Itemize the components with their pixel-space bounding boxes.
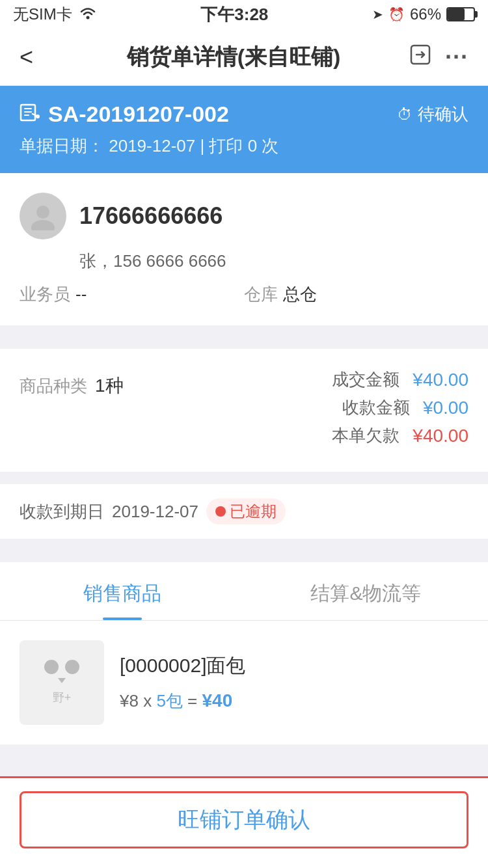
sales-value: -- bbox=[75, 284, 87, 305]
divider-1 bbox=[0, 325, 488, 337]
share-button[interactable] bbox=[409, 43, 432, 72]
amount-value-0: ¥40.00 bbox=[413, 370, 468, 390]
order-date: 单据日期： 2019-12-07 | 打印 0 次 bbox=[20, 135, 468, 157]
carrier-text: 无SIM卡 bbox=[13, 4, 72, 25]
product-type-label: 商品种类 bbox=[20, 375, 87, 398]
multiply-sign: x bbox=[143, 691, 156, 711]
equals-sign: = bbox=[187, 691, 202, 711]
product-image: 野+ bbox=[20, 640, 104, 725]
order-id-icon bbox=[20, 102, 40, 127]
status-text: 待确认 bbox=[418, 103, 468, 126]
product-total: ¥40 bbox=[202, 690, 233, 711]
bottom-bar: 旺铺订单确认 bbox=[0, 776, 488, 868]
status-left: 无SIM卡 bbox=[13, 4, 97, 25]
battery-icon bbox=[446, 7, 475, 21]
warehouse-value: 总仓 bbox=[283, 283, 317, 306]
summary-amounts: 成交金额 ¥40.00 收款金额 ¥0.00 本单欠款 ¥40.00 bbox=[332, 368, 468, 452]
status-clock-icon: ⏱ bbox=[397, 105, 413, 124]
svg-point-3 bbox=[36, 115, 40, 118]
divider-2 bbox=[0, 539, 488, 550]
product-type-value: 1种 bbox=[95, 373, 124, 398]
product-qty: 5包 bbox=[156, 691, 182, 711]
product-name: [0000002]面包 bbox=[120, 653, 468, 679]
svg-point-5 bbox=[31, 220, 55, 230]
warehouse-label: 仓库 bbox=[244, 283, 278, 306]
customer-name: 张，156 6666 6666 bbox=[79, 250, 468, 273]
overdue-badge: 已逾期 bbox=[206, 498, 286, 524]
status-right: ➤ ⏰ 66% bbox=[372, 5, 475, 23]
amount-label-1: 收款金额 bbox=[342, 396, 410, 419]
overdue-dot-icon bbox=[215, 506, 226, 517]
customer-section: 17666666666 张，156 6666 6666 业务员 -- 仓库 总仓 bbox=[0, 173, 488, 325]
amount-label-2: 本单欠款 bbox=[332, 424, 400, 447]
nav-bar: < 销货单详情(来自旺铺) ··· bbox=[0, 29, 488, 86]
status-time: 下午3:28 bbox=[200, 3, 268, 26]
customer-phone: 17666666666 bbox=[79, 202, 223, 230]
overdue-text: 已逾期 bbox=[230, 501, 277, 522]
summary-section: 商品种类 1种 成交金额 ¥40.00 收款金额 ¥0.00 本单欠款 ¥40.… bbox=[0, 349, 488, 472]
nav-actions: ··· bbox=[409, 43, 468, 72]
customer-meta: 业务员 -- 仓库 总仓 bbox=[20, 283, 468, 306]
header-card: SA-20191207-002 ⏱ 待确认 单据日期： 2019-12-07 |… bbox=[0, 86, 488, 173]
wifi-icon bbox=[79, 5, 97, 23]
back-button[interactable]: < bbox=[20, 44, 59, 71]
product-item: 野+ [0000002]面包 ¥8 x 5包 = ¥40 bbox=[0, 621, 488, 745]
product-info: [0000002]面包 ¥8 x 5包 = ¥40 bbox=[120, 653, 468, 712]
battery-percent: 66% bbox=[410, 5, 441, 23]
due-date-value: 2019-12-07 bbox=[112, 502, 198, 522]
order-status: ⏱ 待确认 bbox=[397, 103, 468, 126]
alarm-icon: ⏰ bbox=[388, 7, 405, 22]
unit-price: ¥8 bbox=[120, 691, 139, 711]
status-bar: 无SIM卡 下午3:28 ➤ ⏰ 66% bbox=[0, 0, 488, 29]
product-price: ¥8 x 5包 = ¥40 bbox=[120, 690, 468, 712]
order-id-text: SA-20191207-002 bbox=[48, 102, 229, 127]
tab-settlement[interactable]: 结算&物流等 bbox=[244, 562, 488, 620]
order-id: SA-20191207-002 bbox=[20, 102, 229, 127]
sales-label: 业务员 bbox=[20, 283, 70, 306]
page-title: 销货单详情(来自旺铺) bbox=[127, 42, 341, 72]
due-date-label: 收款到期日 bbox=[20, 500, 104, 523]
svg-point-0 bbox=[86, 16, 89, 20]
tabs-section: 销售商品 结算&物流等 bbox=[0, 562, 488, 621]
amount-label-0: 成交金额 bbox=[332, 368, 400, 391]
customer-avatar bbox=[20, 193, 66, 239]
location-icon: ➤ bbox=[372, 7, 383, 22]
product-section: 野+ [0000002]面包 ¥8 x 5包 = ¥40 bbox=[0, 621, 488, 745]
amount-value-1: ¥0.00 bbox=[423, 398, 468, 418]
confirm-order-button[interactable]: 旺铺订单确认 bbox=[20, 791, 468, 848]
amount-value-2: ¥40.00 bbox=[413, 426, 468, 446]
more-button[interactable]: ··· bbox=[445, 44, 468, 71]
due-section: 收款到期日 2019-12-07 已逾期 bbox=[0, 483, 488, 539]
tab-sales-products[interactable]: 销售商品 bbox=[0, 562, 244, 620]
svg-point-4 bbox=[36, 206, 49, 219]
